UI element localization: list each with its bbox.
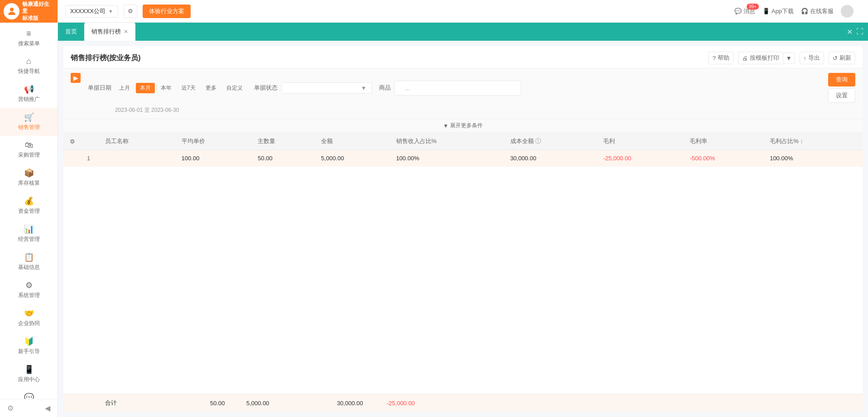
sidebar-item-operations[interactable]: 📊 经营管理 — [0, 220, 58, 248]
guide-icon: 🔰 — [24, 336, 34, 346]
topbar: XXXXXX公司 ▼ ⚙ 体验行业方案 💬 消息 99+ 📱 App下载 🎧 在… — [58, 0, 868, 23]
print-dropdown-button[interactable]: ▼ — [783, 53, 795, 64]
headset-icon: 🎧 — [801, 8, 808, 14]
row-rank: 1 — [82, 150, 100, 167]
company-selector[interactable]: XXXXXX公司 ▼ — [65, 5, 118, 18]
footer-quantity: 50.00 — [205, 400, 241, 407]
goods-select[interactable]: … — [394, 81, 521, 96]
row-sales-pct: 100.00% — [391, 150, 505, 167]
date-tab-this-year[interactable]: 本年 — [157, 83, 176, 93]
date-range-display: 2023-06-01 至 2023-06-30 — [115, 106, 855, 114]
date-tab-custom[interactable]: 自定义 — [222, 83, 247, 93]
sales-icon: 🛒 — [24, 112, 34, 122]
chevron-down-icon: ▼ — [443, 123, 449, 129]
page-title: 销售排行榜(按业务员) — [71, 53, 141, 63]
cost-info-icon[interactable]: ⓘ — [535, 138, 541, 144]
question-icon: ? — [712, 55, 715, 62]
tab-sales-ranking[interactable]: 销售排行榜 ✕ — [84, 23, 135, 41]
sidebar-item-inventory[interactable]: 📦 库存核算 — [0, 163, 58, 192]
sidebar-item-purchase[interactable]: 🛍 采购管理 — [0, 136, 58, 163]
col-gross-rate: 毛利率 — [684, 133, 764, 150]
date-filter-group: 单据日期 上月 本月 本年 近7天 更多 自定义 — [88, 83, 247, 93]
table-header-row: ⚙ 员工名称 平均单价 主数量 全额 销售收入占比% 成本全额 ⓘ 毛利 — [63, 133, 863, 150]
topbar-right: 💬 消息 99+ 📱 App下载 🎧 在线客服 — [734, 5, 861, 18]
main-content: XXXXXX公司 ▼ ⚙ 体验行业方案 💬 消息 99+ 📱 App下载 🎧 在… — [58, 0, 868, 417]
sidebar-item-shortcut[interactable]: ⌂ 快捷导航 — [0, 52, 58, 80]
sidebar-footer: ⚙ ◀ — [0, 399, 58, 417]
printer-icon: 🖨 — [742, 55, 748, 62]
settings-side-button[interactable]: 设置 — [828, 88, 855, 103]
user-avatar[interactable] — [841, 5, 854, 18]
app-download-icon: 📱 — [762, 8, 770, 14]
goods-label: 商品 — [379, 84, 391, 92]
expand-more-button[interactable]: ▼ 展开更多条件 — [443, 122, 483, 129]
sidebar-item-basic[interactable]: 📋 基础信息 — [0, 248, 58, 276]
sidebar-item-appstore[interactable]: 📱 应用中心 — [0, 360, 58, 388]
purchase-icon: 🛍 — [25, 140, 33, 150]
footer-total-label: 合计 — [105, 399, 159, 407]
tab-home[interactable]: 首页 — [58, 23, 84, 41]
trial-button[interactable]: 体验行业方案 — [143, 5, 191, 18]
date-tab-7days[interactable]: 近7天 — [177, 83, 200, 93]
date-tab-last-month[interactable]: 上月 — [115, 83, 134, 93]
col-settings[interactable]: ⚙ — [63, 133, 82, 150]
help-button[interactable]: ? 帮助 — [708, 52, 733, 64]
row-avg-price: 100.00 — [176, 150, 253, 167]
tab-close-icon[interactable]: ✕ — [124, 29, 128, 35]
sidebar-item-sales[interactable]: 🛒 销售管理 — [0, 108, 58, 136]
col-amount: 全额 — [316, 133, 391, 150]
company-settings-button[interactable]: ⚙ — [124, 5, 137, 18]
footer-cost: 30,000.00 — [331, 400, 381, 407]
logo-icon — [4, 3, 19, 19]
sidebar-item-marketing[interactable]: 📢 营销推广 — [0, 80, 58, 108]
collapse-sidebar-icon[interactable]: ◀ — [45, 404, 50, 412]
message-badge: 99+ — [747, 4, 759, 10]
sidebar-item-guide[interactable]: 🔰 新手引导 — [0, 332, 58, 360]
goods-filter-group: 商品 … — [379, 81, 521, 96]
app-download-button[interactable]: 📱 App下载 — [762, 7, 794, 15]
export-button[interactable]: ↑ 导出 — [800, 52, 825, 64]
table-body: 1 100.00 50.00 5,000.00 100.00% 30,000.0… — [63, 150, 863, 167]
col-sales-pct: 销售收入占比% — [391, 133, 505, 150]
maximize-window-icon[interactable]: ⛶ — [856, 28, 863, 36]
table-row: 1 100.00 50.00 5,000.00 100.00% 30,000.0… — [63, 150, 863, 167]
date-tab-this-month[interactable]: 本月 — [136, 83, 155, 93]
query-button[interactable]: 查询 — [828, 73, 855, 86]
col-gross-pct: 毛利占比% ↕ — [764, 133, 863, 150]
finance-icon: 💰 — [24, 196, 34, 206]
data-table-container: ⚙ 员工名称 平均单价 主数量 全额 销售收入占比% 成本全额 ⓘ 毛利 — [63, 133, 863, 394]
sidebar: 畅康通好生意 标准版 ≡ 搜索菜单 ⌂ 快捷导航 📢 营销推广 🛒 销售管理 🛍… — [0, 0, 58, 417]
date-tab-more[interactable]: 更多 — [201, 83, 221, 93]
logo-text: 畅康通好生意 标准版 — [22, 1, 54, 22]
filter-expand-arrow[interactable]: ▶ — [71, 73, 81, 83]
sidebar-item-collab[interactable]: 🤝 企业协同 — [0, 304, 58, 332]
row-gross-pct: 100.00% — [764, 150, 863, 167]
row-quantity: 50.00 — [252, 150, 316, 167]
sidebar-item-finance[interactable]: 💰 资金管理 — [0, 192, 58, 220]
export-icon: ↑ — [804, 55, 807, 62]
sidebar-item-system[interactable]: ⚙ 系统管理 — [0, 276, 58, 304]
footer-gross: -25,000.00 — [381, 400, 427, 407]
wechat-icon: 💬 — [24, 393, 34, 399]
status-select-chevron-icon: ▼ — [361, 85, 367, 91]
expand-filters-bar: ▼ 展开更多条件 — [63, 119, 863, 133]
close-window-icon[interactable]: ✕ — [847, 28, 853, 36]
page-actions: ? 帮助 🖨 按模板打印 ▼ ↑ 导出 — [708, 52, 855, 64]
footer-amount: 5,000.00 — [241, 400, 286, 407]
refresh-button[interactable]: ↺ 刷新 — [829, 52, 855, 64]
row-gross: -25,000.00 — [598, 150, 684, 167]
settings-footer-icon[interactable]: ⚙ — [7, 404, 14, 412]
row-amount: 5,000.00 — [316, 150, 391, 167]
basic-icon: 📋 — [24, 252, 34, 262]
message-button[interactable]: 💬 消息 99+ — [734, 7, 755, 15]
message-icon: 💬 — [734, 8, 742, 14]
row-settings — [63, 150, 82, 167]
gross-pct-info-icon[interactable]: ↕ — [800, 138, 803, 144]
svg-point-0 — [10, 8, 14, 11]
print-button-group: 🖨 按模板打印 ▼ — [738, 52, 795, 64]
status-select[interactable]: ▼ — [281, 82, 372, 94]
sidebar-item-wechat[interactable]: 💬 企业微信 — [0, 388, 58, 399]
online-service-button[interactable]: 🎧 在线客服 — [801, 7, 834, 15]
print-button[interactable]: 🖨 按模板打印 — [738, 52, 783, 64]
sidebar-item-search[interactable]: ≡ 搜索菜单 — [0, 24, 58, 52]
